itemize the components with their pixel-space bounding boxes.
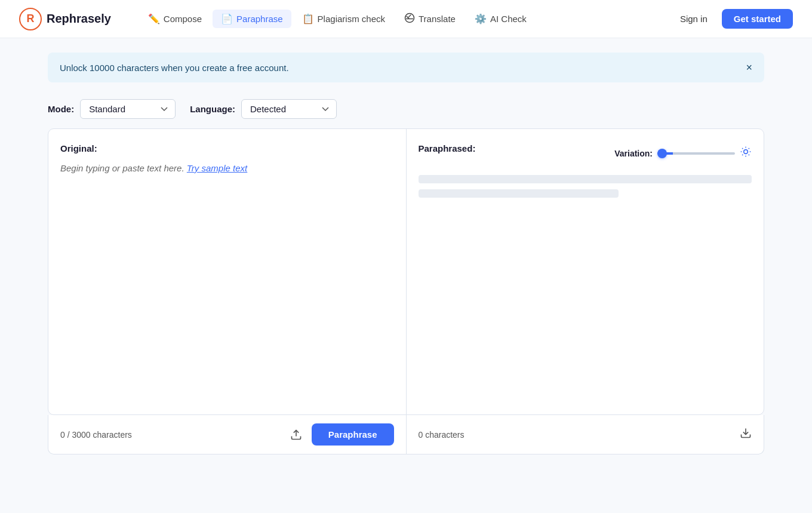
paraphrased-header: Paraphrased: Variation:	[407, 129, 764, 170]
nav-label-paraphrase: Paraphrase	[236, 14, 283, 24]
nav-item-plagiarism[interactable]: 📋 Plagiarism check	[294, 10, 393, 28]
header-right: Sign in Get started	[673, 9, 793, 29]
paraphrase-icon: 📄	[221, 13, 233, 24]
logo-letter: R	[27, 13, 35, 25]
paraphrased-body	[407, 170, 764, 414]
controls-row: Mode: Standard Fluency Formal Academic S…	[48, 99, 764, 119]
promo-banner: Unlock 10000 characters when you create …	[48, 53, 764, 82]
skeleton-line-1	[419, 175, 752, 183]
nav-label-translate: Translate	[419, 14, 456, 24]
editor-placeholder: Begin typing or paste text here. Try sam…	[60, 163, 394, 173]
original-panel: Original: Begin typing or paste text her…	[48, 129, 407, 414]
editor-container: Original: Begin typing or paste text her…	[48, 128, 764, 415]
nav-label-compose: Compose	[164, 14, 202, 24]
variation-brightness-icon	[740, 146, 752, 161]
char-count-right: 0 characters	[419, 430, 465, 440]
main-content: Unlock 10000 characters when you create …	[24, 38, 788, 469]
paraphrase-button[interactable]: Paraphrase	[312, 423, 394, 446]
nav-label-ai-check: AI Check	[490, 14, 527, 24]
nav: ✏️ Compose 📄 Paraphrase 📋 Plagiarism che…	[140, 9, 673, 29]
variation-control: Variation:	[614, 146, 752, 161]
upload-icon	[290, 429, 302, 441]
download-button[interactable]	[740, 427, 752, 442]
nav-item-ai-check[interactable]: ⚙️ AI Check	[466, 10, 535, 28]
nav-item-translate[interactable]: Translate	[396, 9, 464, 29]
placeholder-text: Begin typing or paste text here.	[60, 163, 184, 173]
translate-icon	[404, 13, 415, 26]
sign-in-button[interactable]: Sign in	[673, 10, 715, 27]
nav-label-plagiarism: Plagiarism check	[318, 14, 385, 24]
paraphrased-panel: Paraphrased: Variation:	[407, 129, 764, 414]
language-select[interactable]: Detected English Spanish French German P…	[241, 99, 337, 119]
variation-label: Variation:	[614, 149, 653, 158]
nav-item-paraphrase[interactable]: 📄 Paraphrase	[213, 10, 291, 28]
logo-circle: R	[19, 8, 42, 30]
ai-check-icon: ⚙️	[475, 13, 487, 24]
variation-slider-track	[657, 152, 735, 155]
brand-name: Rephrasely	[47, 12, 111, 26]
upload-button[interactable]	[290, 429, 302, 441]
mode-select[interactable]: Standard Fluency Formal Academic Simple …	[80, 99, 176, 119]
char-count-left: 0 / 3000 characters	[60, 430, 281, 440]
original-body: Original: Begin typing or paste text her…	[48, 129, 406, 414]
paraphrased-label: Paraphrased:	[419, 143, 476, 153]
plagiarism-icon: 📋	[302, 13, 314, 24]
paraphrase-button-label: Paraphrase	[328, 429, 377, 440]
footer-right: 0 characters	[407, 415, 764, 454]
sample-text-link[interactable]: Try sample text	[187, 163, 247, 173]
language-label: Language:	[190, 104, 235, 114]
skeleton-line-2	[419, 189, 619, 198]
original-label: Original:	[60, 143, 394, 153]
nav-item-compose[interactable]: ✏️ Compose	[140, 10, 210, 28]
header: R Rephrasely ✏️ Compose 📄 Paraphrase 📋 P…	[0, 0, 812, 38]
logo[interactable]: R Rephrasely	[19, 8, 111, 30]
mode-label: Mode:	[48, 104, 74, 114]
get-started-button[interactable]: Get started	[722, 9, 793, 29]
language-control: Language: Detected English Spanish Frenc…	[190, 99, 337, 119]
svg-point-0	[405, 13, 414, 22]
svg-point-1	[744, 150, 748, 154]
footer-left: 0 / 3000 characters Paraphrase	[48, 415, 407, 454]
editor-footer: 0 / 3000 characters Paraphrase 0 charact…	[48, 415, 764, 454]
compose-icon: ✏️	[148, 13, 160, 24]
download-icon	[740, 427, 752, 439]
banner-text: Unlock 10000 characters when you create …	[60, 63, 289, 73]
banner-close-button[interactable]: ×	[746, 62, 752, 73]
mode-control: Mode: Standard Fluency Formal Academic S…	[48, 99, 176, 119]
